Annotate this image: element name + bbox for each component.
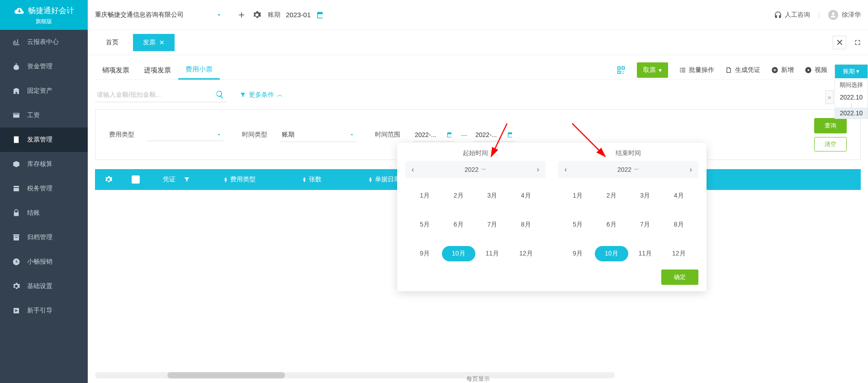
period-from[interactable]: 2022.10 bbox=[835, 92, 868, 103]
calendar-icon[interactable] bbox=[316, 11, 324, 19]
month-option[interactable]: 11月 bbox=[475, 246, 509, 261]
month-option[interactable]: 6月 bbox=[442, 217, 476, 232]
month-option[interactable]: 2月 bbox=[442, 188, 476, 203]
period-collapse-icon[interactable]: » bbox=[825, 90, 834, 104]
column-settings-icon[interactable] bbox=[95, 175, 122, 184]
sidebar-item-archive[interactable]: 归档管理 bbox=[0, 225, 88, 250]
add-button[interactable]: 新增 bbox=[771, 66, 794, 74]
month-option[interactable]: 5月 bbox=[408, 217, 442, 232]
prev-year-a[interactable]: ‹ bbox=[412, 165, 414, 174]
bar-chart-icon bbox=[12, 38, 21, 47]
month-option[interactable]: 8月 bbox=[662, 217, 696, 232]
sidebar-item-salary[interactable]: 工资 bbox=[0, 103, 88, 128]
month-option[interactable]: 3月 bbox=[628, 188, 662, 203]
receipt-icon bbox=[12, 135, 21, 144]
settings-gear-icon[interactable] bbox=[252, 10, 261, 19]
date-to-input[interactable]: 2022-... bbox=[474, 128, 515, 142]
cloud-upload-icon bbox=[14, 5, 25, 17]
prev-year-b[interactable]: ‹ bbox=[564, 165, 567, 174]
sidebar-item-report-center[interactable]: 云报表中心 bbox=[0, 30, 88, 54]
sidebar-item-fixed-assets[interactable]: 固定资产 bbox=[0, 79, 88, 103]
month-option[interactable]: 7月 bbox=[628, 217, 662, 232]
month-option[interactable]: 4月 bbox=[662, 188, 696, 203]
company-picker[interactable]: 重庆畅捷交通信息咨询有限公司 bbox=[95, 11, 231, 19]
sidebar-item-settings[interactable]: 基础设置 bbox=[0, 274, 88, 298]
fullscreen-icon[interactable] bbox=[851, 36, 864, 49]
sub-tab-purchase[interactable]: 进项发票 bbox=[137, 61, 178, 79]
add-icon[interactable] bbox=[237, 10, 246, 19]
year-b[interactable]: 2022﹀ bbox=[617, 166, 639, 173]
month-option[interactable]: 12月 bbox=[662, 246, 696, 261]
tab-home[interactable]: 首页 bbox=[96, 34, 128, 51]
month-option[interactable]: 12月 bbox=[509, 246, 543, 261]
sidebar-item-tax[interactable]: 税务管理 bbox=[0, 176, 88, 201]
consult-link[interactable]: 人工咨询 bbox=[774, 11, 810, 19]
period-head[interactable]: 账期 ▾ bbox=[835, 65, 868, 78]
month-option[interactable]: 10月 bbox=[442, 246, 476, 261]
close-icon[interactable]: ✕ bbox=[159, 39, 165, 46]
select-all-checkbox[interactable] bbox=[122, 175, 149, 184]
month-option[interactable]: 1月 bbox=[561, 188, 595, 203]
month-option[interactable]: 10月 bbox=[595, 246, 629, 261]
time-type-select[interactable]: 账期 bbox=[280, 128, 357, 142]
sub-tab-expense[interactable]: 费用小票 bbox=[178, 61, 220, 80]
sub-tab-sales[interactable]: 销项发票 bbox=[95, 61, 137, 79]
month-option[interactable]: 9月 bbox=[408, 246, 442, 261]
sidebar-item-close-account[interactable]: 结账 bbox=[0, 201, 88, 225]
confirm-button[interactable]: 确定 bbox=[661, 270, 698, 285]
month-option[interactable]: 9月 bbox=[561, 246, 595, 261]
tabs-close-all[interactable]: ✕ bbox=[833, 36, 846, 49]
month-option[interactable]: 7月 bbox=[475, 217, 509, 232]
sidebar-item-label: 基础设置 bbox=[27, 282, 52, 290]
play-icon bbox=[12, 306, 21, 315]
qr-icon[interactable] bbox=[616, 65, 626, 75]
batch-action-button[interactable]: 批量操作 bbox=[679, 66, 714, 74]
refresh-circle-icon bbox=[12, 257, 21, 266]
month-option[interactable]: 2月 bbox=[595, 188, 629, 203]
next-year-a[interactable]: › bbox=[537, 165, 539, 174]
search-button[interactable]: 查询 bbox=[814, 118, 847, 133]
col-fee-type[interactable]: ▲▼ 费用类型 bbox=[204, 175, 276, 184]
chevron-down-icon: ﹀ bbox=[634, 166, 639, 173]
period-to[interactable]: 2022.10 bbox=[835, 108, 868, 118]
tab-invoice[interactable]: 发票 ✕ bbox=[133, 34, 175, 51]
sidebar-item-reimburse[interactable]: 小畅报销 bbox=[0, 250, 88, 274]
month-option[interactable]: 6月 bbox=[595, 217, 629, 232]
filter-funnel-icon[interactable] bbox=[184, 176, 190, 183]
month-option[interactable]: 8月 bbox=[509, 217, 543, 232]
clear-button[interactable]: 清空 bbox=[814, 137, 847, 151]
user-menu[interactable]: 徐泽华 bbox=[828, 10, 861, 20]
chevron-down-icon: ﹀ bbox=[481, 166, 486, 173]
year-a[interactable]: 2022﹀ bbox=[465, 166, 486, 173]
get-ticket-button[interactable]: 取票 ▾ bbox=[637, 62, 668, 78]
brand-name: 畅捷通好会计 bbox=[28, 5, 74, 16]
search-input[interactable] bbox=[95, 87, 226, 102]
period-value: 2023-01 bbox=[286, 11, 311, 19]
sidebar-item-invoice[interactable]: 发票管理 bbox=[0, 128, 88, 152]
video-button[interactable]: 视频 bbox=[805, 66, 827, 74]
search-icon[interactable] bbox=[215, 90, 224, 99]
list-icon bbox=[679, 66, 686, 74]
date-from-input[interactable]: 2022-... bbox=[413, 128, 455, 142]
building-icon bbox=[12, 86, 21, 95]
sort-icon: ▲▼ bbox=[224, 177, 228, 182]
month-option[interactable]: 11月 bbox=[628, 246, 662, 261]
month-option[interactable]: 3月 bbox=[475, 188, 509, 203]
sidebar-item-funds[interactable]: 资金管理 bbox=[0, 54, 88, 79]
page-size-label: 每页显示 bbox=[88, 375, 868, 383]
col-qty[interactable]: ▲▼ 张数 bbox=[276, 175, 348, 184]
col-voucher[interactable]: 凭证 bbox=[149, 175, 204, 184]
money-bag-icon bbox=[12, 62, 21, 71]
gen-voucher-button[interactable]: 生成凭证 bbox=[725, 66, 760, 74]
sidebar-item-guide[interactable]: 新手引导 bbox=[0, 298, 88, 323]
date-range-popup: 起始时间 ‹ 2022﹀ › 1月2月3月4月5月6月7月8月9月10月11月1… bbox=[397, 143, 707, 291]
next-year-b[interactable]: › bbox=[690, 165, 692, 174]
plus-circle-icon bbox=[771, 66, 778, 74]
fee-type-select[interactable] bbox=[147, 129, 224, 141]
month-option[interactable]: 4月 bbox=[509, 188, 543, 203]
month-option[interactable]: 5月 bbox=[561, 217, 595, 232]
sidebar-item-inventory[interactable]: 库存核算 bbox=[0, 152, 88, 176]
months-grid-b: 1月2月3月4月5月6月7月8月9月10月11月12月 bbox=[558, 178, 698, 266]
more-conditions-toggle[interactable]: 更多条件 ︿ bbox=[240, 91, 283, 99]
month-option[interactable]: 1月 bbox=[408, 188, 442, 203]
